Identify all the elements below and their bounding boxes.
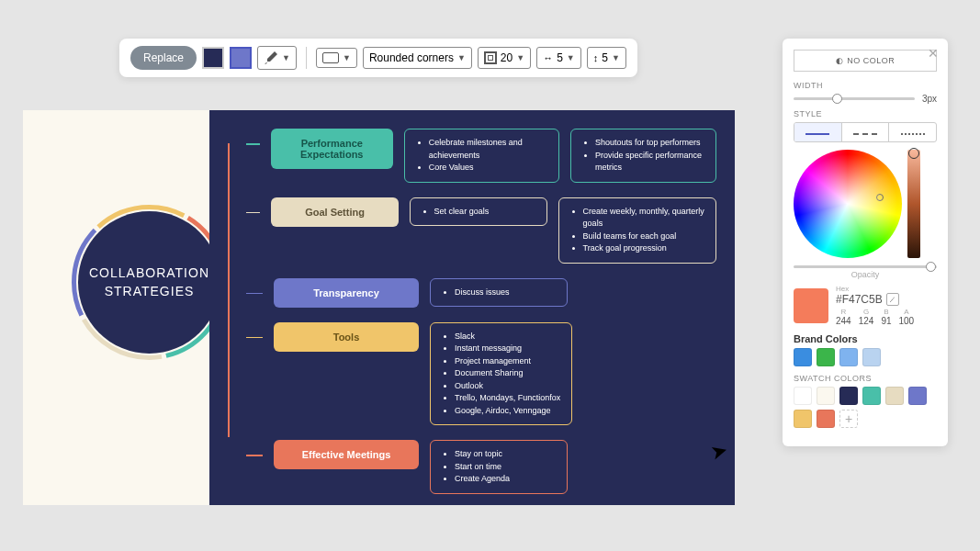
swatch-color[interactable] [885, 387, 904, 405]
swatch-color[interactable] [862, 387, 881, 405]
width-slider[interactable]: 3px [794, 94, 937, 104]
branch-row: Goal SettingSet clear goalsCreate weekly… [246, 197, 716, 264]
branch-box[interactable]: Shoutouts for top performersProvide spec… [570, 129, 716, 183]
color-wheel[interactable] [794, 150, 902, 258]
branch-box[interactable]: Stay on topicStart on timeCreate Agenda [430, 440, 568, 494]
style-dotted-tab[interactable] [889, 123, 936, 141]
width-value: 5 [557, 51, 563, 64]
brightness-slider[interactable] [907, 150, 920, 258]
brush-dropdown[interactable]: ▼ [257, 46, 297, 70]
brand-colors-title: Brand Colors [794, 333, 937, 344]
replace-button[interactable]: Replace [130, 46, 197, 70]
list-item: Create weekly, monthly, quarterly goals [583, 206, 704, 231]
style-tabs [794, 122, 937, 142]
branch-label[interactable]: Tools [274, 322, 419, 352]
style-dashed-tab[interactable] [842, 123, 890, 141]
list-item: Set clear goals [434, 206, 535, 219]
fill-color-swatch[interactable] [202, 47, 224, 69]
brightness-marker[interactable] [908, 148, 919, 159]
toolbar: Replace ▼ ▼ Rounded corners ▼ 20 ▼ ↔ 5 ▼… [119, 39, 637, 77]
brand-color-swatch[interactable] [862, 348, 881, 366]
rectangle-icon [322, 52, 339, 63]
dotted-line-icon [901, 133, 925, 135]
height-dropdown[interactable]: ↕ 5 ▼ [587, 47, 626, 69]
current-color-swatch[interactable] [794, 288, 828, 323]
list-item: Build teams for each goal [583, 231, 704, 243]
list-item: Core Values [429, 162, 547, 174]
divider [306, 47, 307, 69]
corners-dropdown[interactable]: Rounded corners ▼ [363, 47, 472, 69]
list-item: Start on time [455, 461, 556, 474]
hex-value[interactable]: #F47C5B [836, 293, 883, 306]
opacity-label: Opacity [794, 270, 937, 279]
swatch-color[interactable] [817, 410, 835, 428]
swatch-color[interactable] [794, 410, 812, 428]
border-value: 20 [501, 51, 513, 64]
branch-box[interactable]: SlackInstant messagingProject management… [430, 322, 572, 426]
list-item: Project management [455, 355, 560, 368]
list-item: Trello, Mondays, Functionfox [455, 392, 560, 405]
caret-icon: ▼ [567, 53, 575, 62]
list-item: Document Sharing [455, 367, 560, 380]
width-dropdown[interactable]: ↔ 5 ▼ [536, 47, 581, 69]
canvas-light-panel: COLLABORATION STRATEGIES [23, 110, 209, 505]
connector-line [246, 212, 260, 214]
wheel-marker[interactable] [876, 194, 884, 201]
rgba-b[interactable]: 91 [881, 316, 891, 326]
height-icon: ↕ [593, 52, 599, 63]
eyedropper-button[interactable]: ⟋ [886, 293, 899, 306]
branch-label[interactable]: Goal Setting [271, 197, 398, 227]
branch-row: Effective MeetingsStay on topicStart on … [246, 440, 716, 494]
rgba-g[interactable]: 124 [859, 316, 874, 326]
connector-line [246, 455, 263, 456]
height-value: 5 [602, 51, 608, 64]
opacity-slider[interactable] [794, 265, 937, 268]
canvas[interactable]: COLLABORATION STRATEGIES Performance Exp… [23, 110, 735, 505]
brand-color-swatch[interactable] [839, 348, 858, 366]
rgba-a[interactable]: 100 [899, 316, 915, 326]
caret-icon: ▼ [516, 53, 524, 62]
branch-box[interactable]: Celebrate milestones and achievementsCor… [404, 129, 559, 183]
border-color-swatch[interactable] [230, 47, 252, 69]
list-item: Instant messaging [455, 343, 560, 355]
branch-box[interactable]: Set clear goals [410, 197, 547, 227]
center-node[interactable]: COLLABORATION STRATEGIES [69, 202, 230, 363]
list-item: Track goal progression [583, 242, 704, 255]
close-icon[interactable]: ✕ [928, 46, 939, 61]
style-solid-tab[interactable] [794, 123, 842, 141]
list-item: Celebrate milestones and achievements [429, 137, 547, 162]
color-panel: ✕ ◐ NO COLOR WIDTH 3px STYLE Opacity Hex… [783, 39, 948, 446]
brand-color-swatch[interactable] [794, 348, 812, 366]
swatch-color[interactable] [794, 387, 812, 405]
corners-label: Rounded corners [369, 51, 454, 64]
branch-row: TransparencyDiscuss issues [246, 278, 716, 308]
swatch-color[interactable] [817, 387, 835, 405]
branch-box[interactable]: Discuss issues [430, 278, 568, 308]
list-item: Slack [455, 331, 560, 343]
brand-color-swatch[interactable] [817, 348, 835, 366]
canvas-dark-panel: Performance ExpectationsCelebrate milest… [209, 110, 735, 505]
style-label: STYLE [794, 109, 937, 118]
list-item: Provide specific performance metrics [595, 150, 704, 174]
shape-dropdown[interactable]: ▼ [316, 48, 357, 68]
swatch-color[interactable] [839, 387, 858, 405]
branch-box[interactable]: Create weekly, monthly, quarterly goalsB… [558, 197, 716, 264]
rgba-r[interactable]: 244 [836, 316, 851, 326]
swatch-color[interactable] [908, 387, 927, 405]
branch-label[interactable]: Effective Meetings [274, 440, 419, 469]
list-item: Shoutouts for top performers [595, 137, 704, 150]
dashed-line-icon [853, 133, 877, 135]
list-item: Google, Airdoc, Venngage [455, 405, 560, 418]
branch-label[interactable]: Performance Expectations [271, 129, 393, 169]
hex-label: Hex [836, 285, 937, 293]
caret-icon: ▼ [282, 53, 290, 62]
no-color-button[interactable]: ◐ NO COLOR [794, 50, 937, 72]
brush-icon [264, 51, 278, 65]
add-swatch-button[interactable]: + [839, 410, 858, 428]
center-title: COLLABORATION STRATEGIES [78, 211, 220, 354]
branch-row: ToolsSlackInstant messagingProject manag… [246, 322, 716, 426]
branch-label[interactable]: Transparency [274, 278, 419, 308]
border-width-dropdown[interactable]: 20 ▼ [478, 47, 531, 69]
branch-row: Performance ExpectationsCelebrate milest… [246, 129, 716, 183]
width-label: WIDTH [794, 81, 937, 90]
